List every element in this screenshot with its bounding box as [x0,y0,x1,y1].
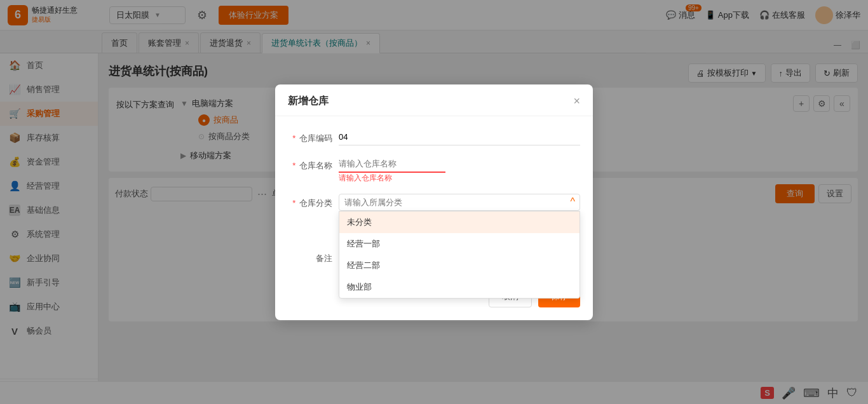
warehouse-code-row: * 仓库编码 [288,129,580,145]
warehouse-name-label: * 仓库名称 [288,156,339,172]
warehouse-category-label: * 仓库分类 [288,194,339,209]
warehouse-code-input[interactable] [339,129,580,145]
warehouse-code-label: * 仓库编码 [288,129,339,144]
category-dropdown-arrow[interactable]: ^ [570,196,575,208]
warehouse-name-row: * 仓库名称 请输入仓库名称 [288,156,580,184]
modal-body: * 仓库编码 * 仓库名称 请输入仓库名称 [275,116,593,266]
dropdown-item-dept3[interactable]: 物业部 [339,276,580,298]
dropdown-item-dept2[interactable]: 经营二部 [339,255,580,276]
modal-header: 新增仓库 × [275,84,593,116]
required-star-2: * [292,161,295,170]
modal-title: 新增仓库 [288,95,329,108]
category-input-wrapper: ^ [339,194,580,211]
modal-new-warehouse: 新增仓库 × * 仓库编码 * 仓库名称 [275,84,593,320]
dropdown-item-dept1[interactable]: 经营一部 [339,233,580,255]
modal-close-button[interactable]: × [573,95,580,108]
warehouse-name-input[interactable] [339,156,445,173]
warehouse-name-error: 请输入仓库名称 [339,173,392,184]
required-star-1: * [292,133,295,143]
dropdown-item-uncategorized[interactable]: 未分类 [339,212,580,233]
notes-label: 备注 [288,249,339,264]
required-star-3: * [292,198,295,208]
warehouse-category-row: * 仓库分类 ^ 未分类 经营一部 经营二部 物业部 [288,194,580,211]
category-dropdown-list: 未分类 经营一部 经营二部 物业部 [339,211,580,299]
modal-overlay[interactable]: 新增仓库 × * 仓库编码 * 仓库名称 [0,0,868,404]
warehouse-category-input[interactable] [339,194,580,211]
